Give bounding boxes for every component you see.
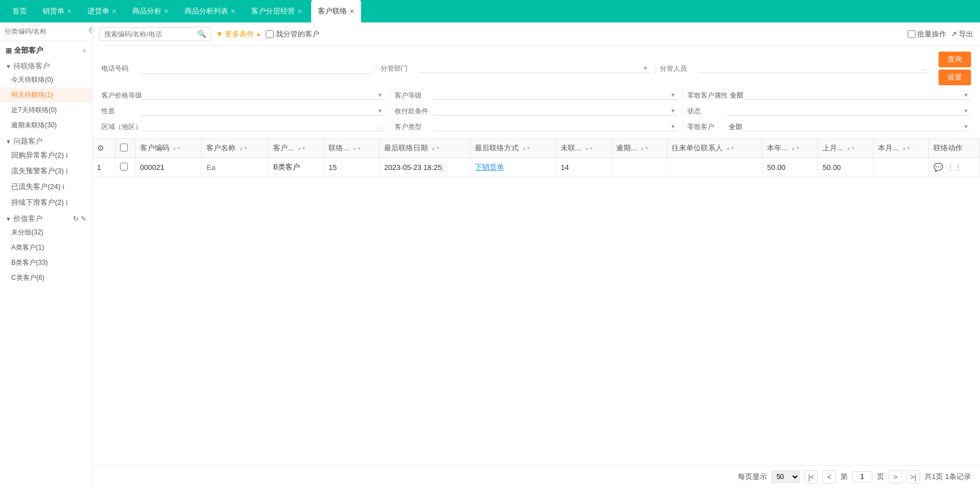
next-page-btn[interactable]: >: [889, 470, 902, 484]
col-last-month: 上月... ▲▼: [818, 139, 873, 158]
row-code: 000021: [135, 158, 202, 177]
sidebar-search-input[interactable]: [4, 27, 89, 35]
nav-close-customer-tier[interactable]: ✕: [297, 8, 302, 15]
sort-this-year[interactable]: ▲▼: [791, 146, 800, 151]
col-this-month: 本月... ▲▼: [873, 139, 929, 158]
nav-home[interactable]: 首页: [6, 0, 34, 22]
filter-arrow-icon: ▲: [256, 31, 261, 37]
col-type: 客户... ▲▼: [269, 139, 324, 158]
filter-manager-select[interactable]: …: [699, 64, 930, 73]
filter-status-select[interactable]: ▼: [727, 107, 971, 116]
row-checkbox[interactable]: [120, 163, 128, 171]
export-btn[interactable]: ↗ 导出: [951, 29, 973, 39]
main-content: 🔍 ▼ 更多条件 ▲ 我分管的客户 批量操作 ↗ 导出: [93, 22, 980, 488]
refresh-icon[interactable]: ↻: [73, 215, 78, 223]
sidebar-item-tomorrow-contact[interactable]: 明天待联络(1): [0, 88, 92, 103]
sidebar-item-ungroup[interactable]: 未分组(32): [0, 225, 92, 240]
info-icon-warning: ℹ: [66, 168, 68, 174]
nav-close-purchase[interactable]: ✕: [112, 8, 117, 15]
select-all-checkbox[interactable]: [120, 144, 128, 151]
filter-icon: ▼: [216, 30, 223, 38]
filter-retail-customer-value: 全部: [729, 122, 742, 132]
nav-customer-contact[interactable]: 客户联络 ✕: [311, 0, 361, 22]
sidebar-item-c-class[interactable]: C类客户(6): [0, 270, 92, 286]
first-page-btn[interactable]: |<: [805, 470, 818, 484]
col-actions: 联络动作: [929, 139, 980, 158]
sort-name[interactable]: ▲▼: [239, 146, 248, 151]
my-customer-checkbox[interactable]: [266, 30, 274, 38]
nav-purchase[interactable]: 进货单 ✕: [81, 0, 123, 22]
col-overdue: 逾期... ▲▼: [612, 139, 667, 158]
batch-op-btn[interactable]: 批量操作: [908, 29, 946, 39]
batch-op-checkbox[interactable]: [908, 30, 916, 38]
sort-type[interactable]: ▲▼: [297, 146, 306, 151]
nav-close-customer-contact[interactable]: ✕: [349, 8, 354, 15]
nav-customer-tier[interactable]: 客户分层经营 ✕: [244, 0, 309, 22]
manager-select-arrow: …: [922, 65, 927, 71]
filter-customer-level-select[interactable]: ▼: [434, 91, 678, 100]
filter-retail-customer-select[interactable]: ▼: [742, 122, 971, 131]
toolbar-search-input[interactable]: [104, 30, 195, 38]
filter-row-4: 区域（地区） … 客户类型 ▼ 零散客户 全: [101, 121, 971, 132]
filter-actions: 查询 设置: [939, 52, 971, 85]
sidebar-item-today-contact[interactable]: 今天待联络(0): [0, 72, 92, 88]
nav-product-analysis[interactable]: 商品分析 ✕: [126, 0, 175, 22]
sort-last-date[interactable]: ▲▼: [431, 146, 440, 151]
all-customers-header[interactable]: ⊞ 全部客户 «: [0, 41, 92, 58]
edit-icon[interactable]: ✎: [81, 215, 86, 223]
sidebar-item-lost-warning[interactable]: 流失预警客户(3) ℹ: [0, 163, 92, 179]
filter-phone-input[interactable]: [141, 63, 371, 74]
nav-close-product-analysis[interactable]: ✕: [164, 8, 169, 15]
query-btn[interactable]: 查询: [939, 52, 971, 67]
sidebar-item-a-class[interactable]: A类客户(1): [0, 240, 92, 255]
more-action-icon[interactable]: ⋮⋮: [946, 163, 962, 172]
sidebar-item-declining[interactable]: 持续下滑客户(2) ℹ: [0, 195, 92, 210]
settings-btn[interactable]: 设置: [939, 70, 971, 85]
contact-method-link[interactable]: 下销货单: [475, 163, 504, 171]
sort-code[interactable]: ▲▼: [172, 146, 181, 151]
sidebar-item-abnormal[interactable]: 回购异常客户(2) ℹ: [0, 148, 92, 163]
filter-customer-level-label: 客户等级: [395, 91, 434, 100]
sort-this-month[interactable]: ▲▼: [902, 146, 911, 151]
nav-product-analysis-list[interactable]: 商品分析列表 ✕: [178, 0, 242, 22]
col-contact-count: 联络... ▲▼: [324, 139, 380, 158]
filter-payment-select[interactable]: ▼: [434, 107, 678, 116]
filter-price-level-select[interactable]: ▼: [142, 91, 385, 100]
filter-dept-select[interactable]: ▼: [420, 64, 650, 73]
col-this-year: 本年... ▲▼: [762, 139, 818, 158]
filter-divider-7: [390, 121, 390, 132]
toolbar-search-icon[interactable]: 🔍: [197, 30, 206, 38]
sort-contact-count[interactable]: ▲▼: [353, 146, 362, 151]
my-customer-checkbox-label[interactable]: 我分管的客户: [266, 29, 320, 39]
sidebar-item-b-class[interactable]: B类客户(33): [0, 255, 92, 270]
page-input[interactable]: [852, 471, 872, 482]
row-index: 1: [93, 158, 115, 177]
last-page-btn[interactable]: >|: [907, 470, 920, 484]
sort-unit-contact[interactable]: ▲▼: [726, 146, 735, 151]
nav-close-product-analysis-list[interactable]: ✕: [230, 8, 235, 15]
toolbar: 🔍 ▼ 更多条件 ▲ 我分管的客户 批量操作 ↗ 导出: [93, 22, 980, 46]
sort-last-method[interactable]: ▲▼: [522, 146, 531, 151]
collapse-btn[interactable]: «: [82, 47, 86, 54]
filter-area-select[interactable]: …: [142, 122, 385, 131]
prev-page-btn[interactable]: <: [822, 470, 836, 484]
filter-payment-label: 收付款条件: [395, 107, 434, 116]
col-unit-contact: 往来单位联系人 ▲▼: [667, 139, 762, 158]
filter-customer-type-select[interactable]: ▼: [434, 122, 678, 131]
sidebar-item-overdue-contact[interactable]: 逾期未联络(30): [0, 118, 92, 133]
sidebar-item-7days-contact[interactable]: 近7天待联络(0): [0, 103, 92, 118]
sort-uncontacted[interactable]: ▲▼: [585, 146, 594, 151]
filter-gender-select[interactable]: ▼: [141, 107, 385, 116]
nav-close-sales[interactable]: ✕: [67, 8, 72, 15]
nav-sales[interactable]: 销货单 ✕: [36, 0, 78, 22]
sort-last-month[interactable]: ▲▼: [847, 146, 856, 151]
sort-overdue[interactable]: ▲▼: [640, 146, 649, 151]
table-row: 1 000021 Ea B类客户 15 2023-05-23 18:25: 下销…: [93, 158, 980, 177]
sidebar-search-icon[interactable]: 🔍: [89, 27, 93, 36]
filter-retail-attr-select[interactable]: ▼: [743, 91, 971, 100]
sidebar-item-lost[interactable]: 已流失客户(24) ℹ: [0, 179, 92, 195]
filter-btn[interactable]: ▼ 更多条件 ▲: [216, 29, 261, 39]
per-page-select[interactable]: 50 100 200: [771, 471, 800, 483]
contact-action-icon[interactable]: 💬: [933, 163, 943, 172]
settings-col-icon[interactable]: ⚙: [97, 144, 104, 153]
